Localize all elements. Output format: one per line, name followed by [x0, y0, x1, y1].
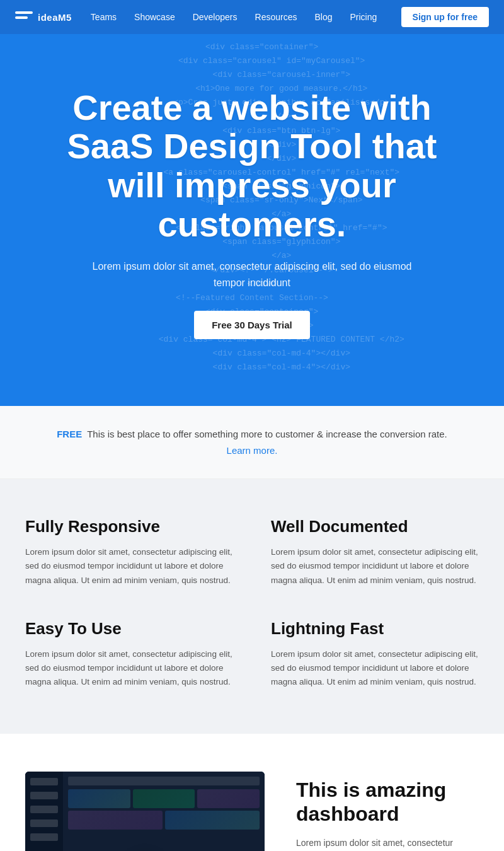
feature-fully-responsive: Fully Responsive Lorem ipsum dolor sit a… [25, 517, 233, 588]
hero-subtitle: Lorem ipsum dolor sit amet, consectetur … [76, 258, 428, 291]
feature-title-responsive: Fully Responsive [25, 517, 233, 536]
db-card-3 [197, 789, 260, 808]
dashboard-text-content: This is amazing dashboard Lorem ipsum do… [296, 772, 479, 851]
nav-link-developers[interactable]: Developers [193, 12, 238, 22]
db-card-row-2 [68, 811, 260, 830]
db-topbar [68, 777, 260, 785]
hero-section: <div class="container"> <div class="caro… [0, 34, 504, 406]
db-card-row [68, 789, 260, 808]
db-card-2 [133, 789, 195, 808]
db-sidebar-item [30, 778, 58, 785]
logo-text: ideaM5 [38, 12, 72, 23]
db-sidebar-item [30, 806, 58, 813]
feature-title-fast: Lightning Fast [271, 619, 479, 639]
db-sidebar [25, 772, 63, 851]
feature-desc-fast: Lorem ipsum dolor sit amet, consectetur … [271, 647, 479, 690]
signup-button[interactable]: Sign up for free [401, 7, 489, 27]
nav-link-teams[interactable]: Teams [91, 12, 117, 22]
dashboard-section: 👍 This is amazing dashboard Lorem ipsum … [0, 734, 504, 851]
dashboard-image: 👍 [25, 772, 265, 851]
features-grid: Fully Responsive Lorem ipsum dolor sit a… [25, 517, 479, 690]
hero-title: Create a website with SaaS Design Tool t… [50, 88, 454, 243]
logo[interactable]: ideaM5 [15, 11, 72, 23]
feature-title-easy: Easy To Use [25, 619, 233, 639]
features-section: Fully Responsive Lorem ipsum dolor sit a… [0, 479, 504, 734]
logo-icon [15, 11, 33, 23]
nav-link-showcase[interactable]: Showcase [134, 12, 175, 22]
nav-links: Teams Showcase Developers Resources Blog… [91, 12, 401, 22]
learn-more-link[interactable]: Learn more. [227, 445, 278, 456]
navbar: ideaM5 Teams Showcase Developers Resourc… [0, 0, 504, 34]
nav-link-resources[interactable]: Resources [255, 12, 297, 22]
nav-link-blog[interactable]: Blog [314, 12, 332, 22]
feature-lightning-fast: Lightning Fast Lorem ipsum dolor sit ame… [271, 619, 479, 690]
feature-well-documented: Well Documented Lorem ipsum dolor sit am… [271, 517, 479, 588]
nav-link-pricing[interactable]: Pricing [350, 12, 377, 22]
feature-easy-to-use: Easy To Use Lorem ipsum dolor sit amet, … [25, 619, 233, 690]
db-sidebar-item [30, 792, 58, 799]
hero-content: Create a website with SaaS Design Tool t… [50, 88, 454, 340]
dashboard-description: Lorem ipsum dolor sit amet, consectetur … [296, 836, 479, 851]
dashboard-screenshot: 👍 [25, 772, 265, 851]
db-card-4 [68, 811, 163, 830]
free-banner-text: This is best place to offer something mo… [87, 429, 447, 439]
feature-desc-responsive: Lorem ipsum dolor sit amet, consectetur … [25, 545, 233, 588]
db-card-1 [68, 789, 130, 808]
feature-desc-documented: Lorem ipsum dolor sit amet, consectetur … [271, 545, 479, 588]
free-banner: FREE This is best place to offer somethi… [0, 406, 504, 479]
hero-cta-button[interactable]: Free 30 Days Trial [194, 311, 310, 339]
db-card-5 [165, 811, 260, 830]
free-label: FREE [57, 429, 82, 439]
feature-title-documented: Well Documented [271, 517, 479, 536]
dashboard-title: This is amazing dashboard [296, 778, 479, 826]
feature-desc-easy: Lorem ipsum dolor sit amet, consectetur … [25, 647, 233, 690]
db-main-content [63, 772, 265, 851]
db-sidebar-item [30, 819, 58, 827]
db-sidebar-item [30, 833, 58, 841]
